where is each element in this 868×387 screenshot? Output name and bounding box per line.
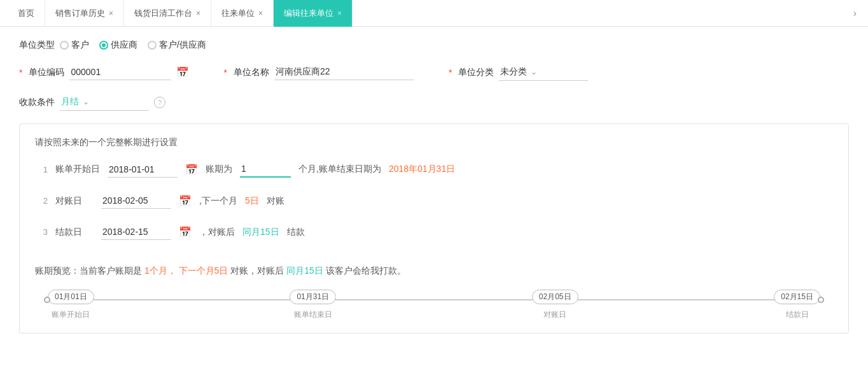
timeline-bubble-1: 01月31日 [290,290,336,304]
preview-part1: 1个月， [144,265,176,276]
tab-contacts-label: 往来单位 [221,8,255,19]
period-input[interactable] [240,161,291,178]
code-name-category-row: * 单位编码 📅 * 单位名称 * 单位分类 未分类 ⌄ [19,64,849,81]
name-required: * [223,67,227,78]
tab-arrow[interactable]: › [847,8,863,19]
radio-supplier[interactable]: 供应商 [99,39,137,51]
radio-customer-label: 客户 [71,39,89,51]
tab-edit-contacts[interactable]: 编辑往来单位 × [274,0,353,27]
radio-customer-circle [60,41,69,50]
code-group: * 单位编码 📅 [19,64,189,80]
setting-row-3: 3 结款日 📅 ，对账后 同月15日 结款 [35,224,833,240]
timeline-label-0: 账单开始日 [52,309,90,320]
row-3-label: 结款日 [55,227,94,238]
preview-suffix: 该客户会给我打款。 [326,265,406,276]
tabs-bar: 首页 销售订单历史 × 钱货日清工作台 × 往来单位 × 编辑往来单位 × › [0,0,868,27]
row-2-calendar-icon[interactable]: 📅 [179,195,192,207]
timeline-wrapper: 01月01日 账单开始日 01月31日 账单结束日 02月05日 对账日 02月… [35,290,833,320]
unit-type-label: 单位类型 [19,39,55,51]
radio-group: 客户 供应商 客户/供应商 [60,39,206,51]
row-1-date-input[interactable] [108,162,178,178]
unit-type-row: 单位类型 客户 供应商 客户/供应商 [19,39,849,51]
code-calendar-icon[interactable]: 📅 [176,66,189,78]
category-label: 单位分类 [458,67,494,78]
row-2-label: 对账日 [55,195,94,207]
settings-section: 请按照未来的一个完整帐期进行设置 1 账单开始日 📅 账期为 个月,账单结束日期… [19,123,849,334]
timeline-bubble-2: 02月05日 [532,290,578,304]
setting-row-1: 1 账单开始日 📅 账期为 个月,账单结束日期为 2018年01月31日 [35,161,833,178]
preview-prefix: 账期预览：当前客户账期是 [35,265,142,276]
row-3-calendar-icon[interactable]: 📅 [179,226,192,238]
row-2-highlight: 5日 [245,195,259,207]
row-3-suffix-pre: ，对账后 [199,227,235,238]
payment-row: 收款条件 月结 ⌄ ? [19,94,849,111]
row-1-calendar-icon[interactable]: 📅 [185,164,198,176]
row-3-number: 3 [35,227,48,237]
category-value: 未分类 [500,66,527,78]
row-2-number: 2 [35,196,48,206]
section-title: 请按照未来的一个完整帐期进行设置 [35,137,833,148]
tab-contacts-close[interactable]: × [258,9,263,18]
timeline-point-2: 02月05日 对账日 [532,290,578,320]
tab-sales-history[interactable]: 销售订单历史 × [45,0,124,27]
preview-middle: 对账，对账后 [230,265,284,276]
radio-customer[interactable]: 客户 [60,39,89,51]
timeline-label-3: 结款日 [786,309,809,320]
tab-edit-contacts-close[interactable]: × [337,9,342,18]
preview-part3: 同月15日 [286,265,323,276]
tab-cash-work[interactable]: 钱货日清工作台 × [124,0,211,27]
radio-both-label: 客户/供应商 [159,39,206,51]
code-label: 单位编码 [29,67,64,78]
tab-sales-history-label: 销售订单历史 [55,8,105,19]
preview-part2: 下一个月5日 [179,265,228,276]
timeline-bubble-0: 01月01日 [48,290,94,304]
radio-supplier-circle [99,41,108,50]
payment-group: 收款条件 月结 ⌄ ? [19,94,165,111]
category-required: * [449,67,452,78]
name-group: * 单位名称 [223,64,414,80]
tab-home[interactable]: 首页 [5,0,45,27]
tab-sales-history-close[interactable]: × [109,9,113,18]
timeline-right-dot [818,297,824,303]
row-2-date-input[interactable] [101,193,171,209]
row-1-highlight: 2018年01月31日 [389,164,455,175]
row-3-highlight: 同月15日 [242,227,279,238]
row-1-suffix-post: 个月,账单结束日期为 [298,164,381,175]
timeline-points-row: 01月01日 账单开始日 01月31日 账单结束日 02月05日 对账日 02月… [35,290,833,320]
name-label: 单位名称 [234,67,269,78]
page-content: 单位类型 客户 供应商 客户/供应商 * 单位编码 [0,27,868,387]
payment-chevron-icon: ⌄ [83,97,89,106]
tab-edit-contacts-label: 编辑往来单位 [284,8,333,19]
category-group: * 单位分类 未分类 ⌄ [449,64,588,81]
tab-cash-work-close[interactable]: × [196,9,200,18]
row-1-label: 账单开始日 [55,164,100,175]
tab-contacts[interactable]: 往来单位 × [211,0,274,27]
timeline-point-0: 01月01日 账单开始日 [48,290,94,320]
timeline-label-1: 账单结束日 [294,309,332,320]
radio-both[interactable]: 客户/供应商 [148,39,206,51]
setting-row-2: 2 对账日 📅 ,下一个月 5日 对账 [35,193,833,209]
timeline-label-2: 对账日 [543,309,566,320]
tab-home-label: 首页 [18,8,34,19]
row-1-suffix-pre: 账期为 [206,164,232,175]
row-1-number: 1 [35,165,48,174]
name-input[interactable] [274,64,414,80]
row-3-date-input[interactable] [101,224,171,240]
timeline-bubble-3: 02月15日 [774,290,820,304]
timeline-left-dot [44,297,50,303]
preview-section: 账期预览：当前客户账期是 1个月， 下一个月5日 对账，对账后 同月15日 该客… [35,255,833,277]
timeline-point-3: 02月15日 结款日 [774,290,820,320]
row-3-suffix-post: 结款 [287,227,305,238]
unit-type-group: 单位类型 客户 供应商 客户/供应商 [19,39,206,51]
payment-select[interactable]: 月结 ⌄ [60,94,149,111]
help-icon[interactable]: ? [154,97,165,108]
row-2-suffix-pre: ,下一个月 [199,195,237,207]
code-input[interactable] [69,64,171,80]
radio-supplier-label: 供应商 [111,39,137,51]
tab-cash-work-label: 钱货日清工作台 [134,8,192,19]
chevron-down-icon: ⌄ [531,67,537,76]
timeline-point-1: 01月31日 账单结束日 [290,290,336,320]
radio-both-circle [148,41,157,50]
code-required: * [19,67,22,78]
category-select[interactable]: 未分类 ⌄ [499,64,588,81]
